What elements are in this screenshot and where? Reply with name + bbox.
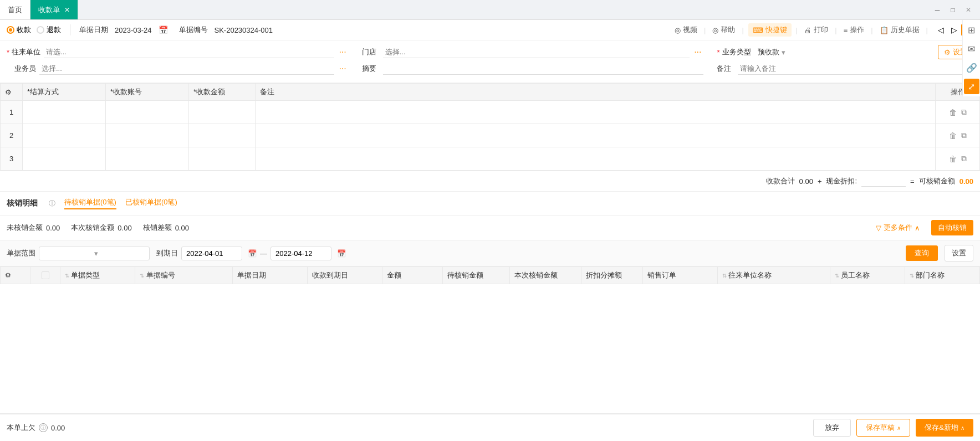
counterparty-input[interactable] xyxy=(44,46,334,58)
due-date-from-input[interactable] xyxy=(181,247,242,260)
this-time-value: 0.00 xyxy=(118,224,131,232)
dth-number: ⇅ 单据编号 xyxy=(135,267,233,284)
row-1-copy-icon[interactable]: ⧉ xyxy=(961,107,967,117)
business-type-select[interactable]: 预收款 ▾ xyxy=(758,47,933,57)
row-2-settle[interactable] xyxy=(23,124,106,147)
range-select[interactable]: ▾ xyxy=(39,247,150,260)
number-label: 单据编号 xyxy=(179,25,208,35)
table-row: 1 🗑 ⧉ xyxy=(1,101,980,124)
dth-gear[interactable]: ⚙ xyxy=(1,267,30,284)
discount-input[interactable] xyxy=(861,176,906,187)
tab-home[interactable]: 首页 xyxy=(0,0,30,19)
layout-grid-icon[interactable]: ▷ xyxy=(948,24,960,36)
th-gear[interactable]: ⚙ xyxy=(1,84,23,101)
row-1-delete-icon[interactable]: 🗑 xyxy=(949,108,957,117)
print-btn[interactable]: 🖨 打印 xyxy=(802,24,830,36)
minimize-button[interactable]: ─ xyxy=(932,5,942,15)
radio-receipt-label: 收款 xyxy=(17,25,31,35)
notes-input[interactable] xyxy=(738,63,973,75)
salesperson-more-btn[interactable]: ··· xyxy=(336,64,348,74)
row-2-notes[interactable] xyxy=(256,124,936,147)
salesperson-input[interactable] xyxy=(39,63,334,75)
store-more-btn[interactable]: ··· xyxy=(692,47,703,57)
table-header-row: ⚙ *结算方式 *收款账号 *收款金额 备注 xyxy=(1,84,980,101)
save-new-btn[interactable]: 保存&新增 ∧ xyxy=(916,419,973,437)
bottom-btns: 放弃 保存草稿 ∧ 保存&新增 ∧ xyxy=(813,419,973,437)
maximize-button[interactable]: □ xyxy=(948,5,958,15)
filter-more-label: 更多条件 xyxy=(884,223,912,233)
summary-row: 收款合计 0.00 + 现金折扣: = 可核销金额 0.00 xyxy=(0,171,980,192)
date-label: 单据日期 xyxy=(79,25,108,35)
shortcut-icon: ⌨ xyxy=(753,26,763,34)
row-3-amount[interactable] xyxy=(189,147,256,171)
operation-btn[interactable]: ≡ 操作 xyxy=(841,24,867,36)
bottom-bar: 本单上欠 ⓘ 0.00 放弃 保存草稿 ∧ 保存&新增 ∧ xyxy=(0,413,980,441)
done-tab[interactable]: 已核销单据(0笔) xyxy=(125,197,177,209)
business-type-label: 业务类型 xyxy=(722,47,751,57)
row-1-account[interactable] xyxy=(106,101,189,124)
business-type-field: * 业务类型 预收款 ▾ ⚙ 设置 xyxy=(717,45,973,59)
row-1-notes[interactable] xyxy=(256,101,936,124)
row-3-account[interactable] xyxy=(106,147,189,171)
radio-receipt[interactable]: 收款 xyxy=(7,25,31,35)
sidebar-expand-icon[interactable]: ⤢ xyxy=(964,79,979,94)
auto-verify-btn[interactable]: 自动核销 xyxy=(931,220,973,235)
th-amount: *收款金额 xyxy=(189,84,256,101)
due-date-to-cal[interactable]: 📅 xyxy=(337,249,346,258)
due-date-from-cal[interactable]: 📅 xyxy=(248,249,257,258)
dth-employee: ⇅ 员工名称 xyxy=(830,267,905,284)
radio-refund[interactable]: 退款 xyxy=(37,25,61,35)
row-2-copy-icon[interactable]: ⧉ xyxy=(961,131,967,140)
sidebar-link-icon[interactable]: 🔗 xyxy=(964,60,979,75)
pending-tab[interactable]: 待核销单据(0笔) xyxy=(64,197,116,209)
store-label: 门店 xyxy=(362,47,376,57)
due-date-to-input[interactable] xyxy=(270,247,331,260)
shortcut-label: 快捷键 xyxy=(765,25,787,35)
query-btn[interactable]: 查询 xyxy=(906,245,938,261)
history-btn[interactable]: 📋 历史单据 xyxy=(877,24,922,36)
unchecked-label: 未核销金额 xyxy=(7,223,43,233)
row-2-delete-icon[interactable]: 🗑 xyxy=(949,131,957,140)
filter-settings-btn[interactable]: 设置 xyxy=(945,245,973,261)
dth-discount: 折扣分摊额 xyxy=(581,267,642,284)
date-cal-icon[interactable]: 📅 xyxy=(159,25,168,34)
row-3-settle[interactable] xyxy=(23,147,106,171)
video-btn[interactable]: ◎ 视频 xyxy=(672,24,700,36)
row-3-copy-icon[interactable]: ⧉ xyxy=(961,154,967,163)
summary-input[interactable] xyxy=(383,63,704,75)
dth-date: 单据日期 xyxy=(233,267,308,284)
form-row-2: 业务员 ··· 摘要 备注 xyxy=(7,63,973,75)
sidebar-mail-icon[interactable]: ✉ xyxy=(964,41,979,57)
dth-type: ⇅ 单据类型 xyxy=(60,267,135,284)
save-draft-btn[interactable]: 保存草稿 ∧ xyxy=(856,419,910,437)
bottom-info: 本单上欠 ⓘ 0.00 xyxy=(7,423,65,433)
counterparty-more-btn[interactable]: ··· xyxy=(336,47,348,57)
date-value: 2023-03-24 xyxy=(115,26,152,34)
row-3-delete-icon[interactable]: 🗑 xyxy=(949,155,957,163)
shortcut-btn[interactable]: ⌨ 快捷键 xyxy=(748,23,792,37)
filter-more-btn[interactable]: ▽ 更多条件 ∧ xyxy=(876,223,920,233)
sidebar-table-icon[interactable]: ⊞ xyxy=(964,22,979,38)
plus-sign: + xyxy=(818,177,822,186)
th-settle-method: *结算方式 xyxy=(23,84,106,101)
abandon-btn[interactable]: 放弃 xyxy=(813,419,851,437)
close-button[interactable]: ✕ xyxy=(963,5,973,15)
tab-receipt-close[interactable]: ✕ xyxy=(64,6,70,14)
row-1-amount[interactable] xyxy=(189,101,256,124)
row-2-amount[interactable] xyxy=(189,124,256,147)
verify-info-icon[interactable]: ⓘ xyxy=(49,199,55,208)
store-input[interactable] xyxy=(383,46,690,58)
row-1-settle[interactable] xyxy=(23,101,106,124)
history-label: 历史单据 xyxy=(891,25,920,35)
info-icon-circle[interactable]: ⓘ xyxy=(39,423,48,432)
select-all-checkbox[interactable] xyxy=(42,271,49,279)
sort-icon: ⇅ xyxy=(910,273,914,279)
tab-receipt[interactable]: 收款单 ✕ xyxy=(30,0,78,19)
row-2-account[interactable] xyxy=(106,124,189,147)
row-3-notes[interactable] xyxy=(256,147,936,171)
help-btn[interactable]: ◎ 帮助 xyxy=(710,24,737,36)
detail-table: ⚙ ⇅ 单据类型 ⇅ 单据编号 xyxy=(0,266,980,284)
layout-list-icon[interactable]: ◁ xyxy=(935,24,947,36)
summary-label: 摘要 xyxy=(362,64,376,74)
table-row: 2 🗑 ⧉ xyxy=(1,124,980,147)
